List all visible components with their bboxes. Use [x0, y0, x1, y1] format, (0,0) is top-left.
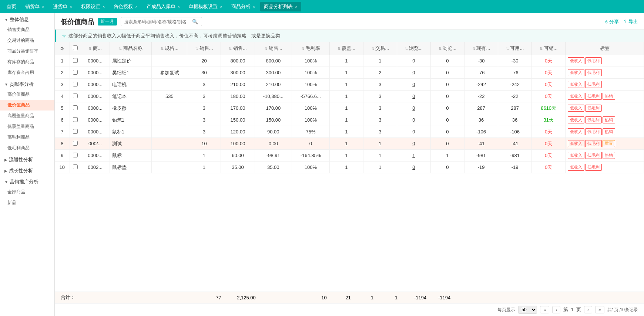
browse-link[interactable]: 0 — [412, 58, 415, 64]
sidebar-item-high-coverage[interactable]: 高覆盖量商品 — [0, 111, 54, 121]
nav-home[interactable]: 首页 — [3, 2, 20, 11]
browse-link[interactable]: 0 — [412, 94, 415, 99]
nav-purchase-order[interactable]: 进货单× — [49, 2, 76, 11]
first-page-button[interactable]: « — [540, 306, 549, 313]
sidebar-item-inventory-capital[interactable]: 库存资金占用 — [0, 67, 54, 78]
row-checkbox[interactable] — [73, 129, 78, 134]
row-checkbox[interactable] — [73, 58, 78, 63]
sidebar-item-sales-products[interactable]: 销售类商品 — [0, 24, 54, 35]
nav-close-template[interactable]: × — [220, 4, 222, 9]
row-checkbox[interactable] — [73, 141, 78, 146]
cell-browse1[interactable]: 0 — [397, 67, 430, 79]
nav-sales-order[interactable]: 销货单× — [21, 2, 48, 11]
nav-close-analysis[interactable]: × — [253, 4, 255, 9]
cell-checkbox[interactable] — [70, 138, 81, 150]
nav-product-warehouse[interactable]: 产成品入库单× — [143, 2, 184, 11]
cell-checkbox[interactable] — [70, 102, 81, 114]
cell-tags: 低收入低毛利热销 — [566, 114, 644, 126]
sidebar-item-category-sales-rate[interactable]: 商品分类销售率 — [0, 46, 54, 57]
cell-sales1: 10 — [187, 138, 221, 150]
browse-link[interactable]: 0 — [412, 141, 415, 146]
cell-sales2: 35.00 — [221, 162, 255, 173]
nav-template-settings[interactable]: 单据模板设置× — [185, 2, 226, 11]
sidebar-item-new-products[interactable]: 新品 — [0, 197, 54, 208]
sidebar-group-growth[interactable]: ▶ 成长性分析 — [0, 164, 54, 176]
tag-label: 热销 — [603, 152, 615, 159]
browse-link[interactable]: 0 — [412, 82, 415, 87]
cell-browse1[interactable]: 0 — [397, 79, 430, 91]
browse-link[interactable]: 1 — [412, 153, 415, 158]
sidebar-item-traded-products[interactable]: 交易过的商品 — [0, 35, 54, 46]
sidebar-item-low-coverage[interactable]: 低覆盖量商品 — [0, 121, 54, 132]
settings-icon[interactable]: ⚙ — [60, 46, 64, 51]
next-page-button[interactable]: › — [584, 306, 592, 313]
cell-checkbox[interactable] — [70, 150, 81, 162]
cell-name: 电话机 — [110, 79, 151, 91]
col-header-sellable: ⇅ 可销... — [532, 42, 566, 55]
cell-checkbox[interactable] — [70, 162, 81, 173]
nav-close-warehouse[interactable]: × — [178, 4, 180, 9]
cell-browse1[interactable]: 0 — [397, 138, 430, 150]
nav-close-sales[interactable]: × — [42, 4, 44, 9]
cell-browse1[interactable]: 0 — [397, 126, 430, 138]
nav-close-analysis-list[interactable]: × — [295, 4, 297, 9]
cell-checkbox[interactable] — [70, 91, 81, 102]
total-info: 共1页,10条记录 — [607, 307, 638, 313]
cell-checkbox[interactable] — [70, 79, 81, 91]
cell-checkbox[interactable] — [70, 55, 81, 67]
sidebar-item-low-value[interactable]: 低价值商品 — [0, 100, 54, 111]
nav-product-analysis-list[interactable]: 商品分析列表× — [260, 2, 301, 11]
nav-close-role[interactable]: × — [135, 4, 137, 9]
nav-role-auth[interactable]: 角色授权× — [110, 2, 141, 11]
browse-link[interactable]: 0 — [412, 129, 415, 135]
col-select-all[interactable] — [70, 42, 81, 55]
sidebar-item-all-products[interactable]: 全部商品 — [0, 187, 54, 197]
last-page-button[interactable]: » — [595, 306, 604, 313]
table-container[interactable]: ⚙ ⇅ 商... ⇅ 商品名称 ⇅ 规格... ⇅ 销售... ⇅ 销售... … — [55, 42, 644, 292]
cell-available: 36 — [498, 114, 532, 126]
cell-browse1[interactable]: 0 — [397, 55, 430, 67]
search-input[interactable] — [124, 19, 191, 24]
browse-link[interactable]: 0 — [412, 70, 415, 75]
cell-browse1[interactable]: 0 — [397, 162, 430, 173]
prev-page-button[interactable]: ‹ — [552, 306, 560, 313]
share-button[interactable]: ⎋ 分享 — [605, 18, 619, 25]
sidebar-group-overall[interactable]: ▼ 整体信息 — [0, 13, 54, 24]
cell-browse1[interactable]: 0 — [397, 114, 430, 126]
cell-checkbox[interactable] — [70, 67, 81, 79]
date-filter-badge[interactable]: 近一月 — [98, 18, 117, 26]
browse-link[interactable]: 0 — [412, 105, 415, 111]
sidebar-item-high-value[interactable]: 高价值商品 — [0, 89, 54, 100]
nav-close-permissions[interactable]: × — [103, 4, 105, 9]
row-checkbox[interactable] — [73, 105, 78, 110]
sidebar-group-contribution[interactable]: ▼ 贡献率分析 — [0, 78, 54, 89]
browse-link[interactable]: 0 — [412, 164, 415, 170]
col-settings[interactable]: ⚙ — [55, 42, 70, 55]
sidebar-item-stocked-products[interactable]: 有库存的商品 — [0, 57, 54, 67]
sidebar-group-marketing[interactable]: ▼ 营销推广分析 — [0, 176, 54, 187]
row-checkbox[interactable] — [73, 70, 78, 75]
page-size-select[interactable]: 50 100 200 — [518, 306, 537, 314]
row-checkbox[interactable] — [73, 94, 78, 98]
nav-permissions[interactable]: 权限设置× — [77, 2, 108, 11]
browse-link[interactable]: 0 — [412, 117, 415, 123]
cell-browse1[interactable]: 0 — [397, 91, 430, 102]
nav-close-purchase[interactable]: × — [70, 4, 72, 9]
row-checkbox[interactable] — [73, 153, 78, 157]
cell-checkbox[interactable] — [70, 114, 81, 126]
nav-product-analysis[interactable]: 商品分析× — [228, 2, 259, 11]
sidebar-item-low-margin[interactable]: 低毛利商品 — [0, 143, 54, 153]
row-checkbox[interactable] — [73, 164, 78, 169]
row-checkbox[interactable] — [73, 82, 78, 86]
cell-tags: 低收入低毛利热销 — [566, 150, 644, 162]
row-checkbox[interactable] — [73, 117, 78, 122]
export-button[interactable]: ⇪ 导出 — [623, 18, 638, 25]
cell-browse1[interactable]: 1 — [397, 150, 430, 162]
cell-browse1[interactable]: 0 — [397, 102, 430, 114]
select-all-checkbox[interactable] — [73, 45, 78, 50]
sidebar-item-high-margin[interactable]: 高毛利商品 — [0, 132, 54, 143]
sidebar-group-liquidity[interactable]: ▶ 流通性分析 — [0, 153, 54, 164]
cell-checkbox[interactable] — [70, 126, 81, 138]
cell-available: 287 — [498, 102, 532, 114]
cell-days: 0天 — [532, 162, 566, 173]
